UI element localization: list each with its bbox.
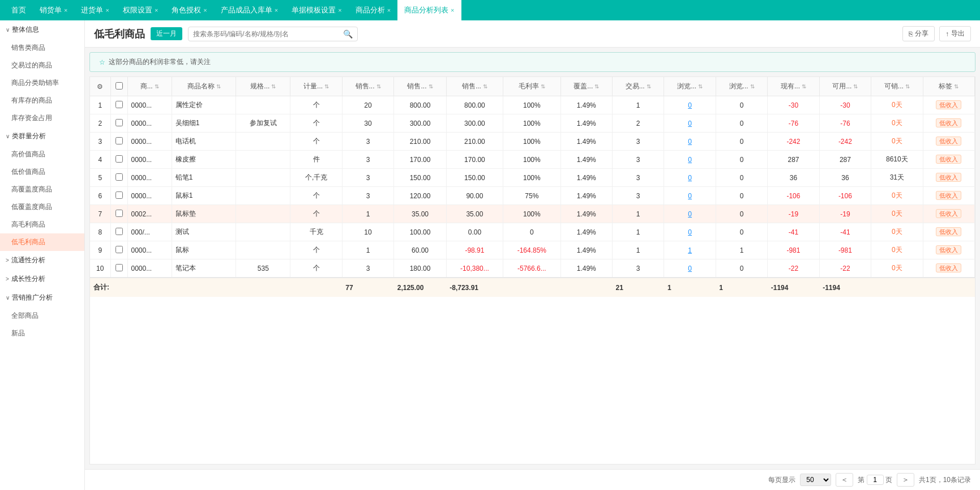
row-sales-qty: 3 [342, 259, 393, 278]
row-sales-price: 35.00 [394, 205, 447, 223]
col-browse2[interactable]: 浏览...⇅ [716, 77, 767, 96]
row-name[interactable]: 属性定价 [172, 96, 236, 114]
close-icon[interactable]: × [105, 7, 109, 14]
table-container[interactable]: ⚙ 商...⇅ 商品名称⇅ 规格...⇅ 计量...⇅ 销售...⇅ 销售...… [89, 76, 975, 465]
row-browse1[interactable]: 1 [664, 241, 716, 259]
share-button[interactable]: ⎘ 分享 [902, 26, 935, 41]
row-checkbox[interactable] [110, 241, 127, 259]
sidebar-item-有库存的商品[interactable]: 有库存的商品 [0, 92, 84, 109]
row-browse1[interactable]: 0 [664, 187, 716, 205]
export-button[interactable]: ↑ 导出 [939, 26, 971, 41]
sidebar-group-成长性分析[interactable]: >成长性分析 [0, 270, 84, 288]
next-page-button[interactable]: ＞ [897, 473, 914, 487]
per-page-select[interactable]: 50 20 100 [800, 474, 831, 486]
row-browse1[interactable]: 0 [664, 259, 716, 278]
nav-item-首页[interactable]: 首页 [5, 0, 33, 20]
row-checkbox[interactable] [110, 187, 127, 205]
row-coverage: 1.49% [560, 187, 612, 205]
col-sales-price[interactable]: 销售...⇅ [394, 77, 447, 96]
row-browse1[interactable]: 0 [664, 223, 716, 241]
nav-item-单据模板设置[interactable]: 单据模板设置× [285, 0, 348, 20]
col-available[interactable]: 可用...⇅ [819, 77, 871, 96]
page-number-input[interactable] [867, 475, 884, 485]
close-icon[interactable]: × [275, 7, 278, 14]
sidebar-item-交易过的商品[interactable]: 交易过的商品 [0, 57, 84, 74]
row-browse1[interactable]: 0 [664, 133, 716, 151]
row-name[interactable]: 橡皮擦 [172, 151, 236, 169]
row-browse1[interactable]: 0 [664, 151, 716, 169]
sidebar-group-整体信息[interactable]: ∨整体信息 [0, 20, 84, 39]
sidebar-item-低价值商品[interactable]: 低价值商品 [0, 163, 84, 181]
row-name[interactable]: 电话机 [172, 133, 236, 151]
row-browse1[interactable]: 0 [664, 169, 716, 187]
sidebar-item-新品[interactable]: 新品 [0, 325, 84, 342]
select-all-checkbox[interactable] [115, 82, 123, 90]
nav-item-进货单[interactable]: 进货单× [74, 0, 115, 20]
close-icon[interactable]: × [338, 7, 341, 14]
col-gross-margin[interactable]: 毛利率⇅ [503, 77, 560, 96]
col-sales-amount[interactable]: 销售...⇅ [446, 77, 503, 96]
sidebar-item-全部商品[interactable]: 全部商品 [0, 307, 84, 325]
sidebar-item-销售类商品[interactable]: 销售类商品 [0, 39, 84, 57]
settings-icon[interactable]: ⚙ [97, 83, 103, 91]
close-icon[interactable]: × [155, 7, 158, 14]
close-icon[interactable]: × [203, 7, 207, 14]
row-browse1[interactable]: 0 [664, 205, 716, 223]
col-settings[interactable]: ⚙ [90, 77, 110, 96]
row-name[interactable]: 测试 [172, 223, 236, 241]
row-browse1[interactable]: 0 [664, 114, 716, 133]
col-trans[interactable]: 交易...⇅ [613, 77, 664, 96]
sidebar-item-库存资金占用[interactable]: 库存资金占用 [0, 109, 84, 127]
col-current-stock[interactable]: 现有...⇅ [768, 77, 819, 96]
row-checkbox[interactable] [110, 114, 127, 133]
header-actions: ⎘ 分享 ↑ 导出 [902, 26, 971, 41]
row-checkbox[interactable] [110, 151, 127, 169]
search-icon[interactable]: 🔍 [343, 29, 353, 39]
sidebar-item-高价值商品[interactable]: 高价值商品 [0, 146, 84, 163]
row-checkbox[interactable] [110, 96, 127, 114]
row-name[interactable]: 铅笔1 [172, 169, 236, 187]
chevron-icon: ∨ [6, 133, 10, 139]
nav-item-产品成品入库单[interactable]: 产品成品入库单× [214, 0, 285, 20]
col-browse1[interactable]: 浏览...⇅ [664, 77, 716, 96]
row-checkbox[interactable] [110, 133, 127, 151]
close-icon[interactable]: × [451, 7, 454, 14]
col-sales-qty[interactable]: 销售...⇅ [342, 77, 393, 96]
nav-item-销货单[interactable]: 销货单× [33, 0, 74, 20]
row-name[interactable]: 鼠标垫 [172, 205, 236, 223]
sidebar-item-低毛利商品[interactable]: 低毛利商品 [0, 233, 84, 251]
close-icon[interactable]: × [387, 7, 391, 14]
nav-item-商品分析列表[interactable]: 商品分析列表× [397, 0, 461, 20]
row-name[interactable]: 鼠标1 [172, 187, 236, 205]
col-spec[interactable]: 规格...⇅ [236, 77, 290, 96]
nav-item-权限设置[interactable]: 权限设置× [116, 0, 165, 20]
col-tag[interactable]: 标签⇅ [923, 77, 974, 96]
nav-item-商品分析[interactable]: 商品分析× [349, 0, 397, 20]
prev-page-button[interactable]: ＜ [836, 473, 853, 487]
sidebar-group-流通性分析[interactable]: >流通性分析 [0, 251, 84, 270]
row-checkbox[interactable] [110, 205, 127, 223]
col-unit[interactable]: 计量...⇅ [290, 77, 342, 96]
sidebar-group-营销推广分析[interactable]: ∨营销推广分析 [0, 288, 84, 307]
sidebar-item-高覆盖度商品[interactable]: 高覆盖度商品 [0, 181, 84, 198]
date-filter-button[interactable]: 近一月 [151, 27, 182, 40]
col-coverage[interactable]: 覆盖...⇅ [560, 77, 612, 96]
row-name[interactable]: 吴细细1 [172, 114, 236, 133]
col-code[interactable]: 商...⇅ [127, 77, 172, 96]
row-browse1[interactable]: 0 [664, 96, 716, 114]
close-icon[interactable]: × [64, 7, 67, 14]
col-sellable[interactable]: 可销...⇅ [871, 77, 923, 96]
col-name[interactable]: 商品名称⇅ [172, 77, 236, 96]
sidebar-group-类群量分析[interactable]: ∨类群量分析 [0, 127, 84, 146]
chevron-icon: ∨ [6, 295, 10, 301]
sidebar-item-商品分类助销率[interactable]: 商品分类助销率 [0, 74, 84, 92]
row-name[interactable]: 鼠标 [172, 241, 236, 259]
search-input[interactable] [193, 30, 343, 38]
row-checkbox[interactable] [110, 223, 127, 241]
sidebar-item-低覆盖度商品[interactable]: 低覆盖度商品 [0, 198, 84, 216]
row-checkbox[interactable] [110, 169, 127, 187]
nav-item-角色授权[interactable]: 角色授权× [165, 0, 213, 20]
row-checkbox[interactable] [110, 259, 127, 278]
sidebar-item-高毛利商品[interactable]: 高毛利商品 [0, 216, 84, 233]
row-name[interactable]: 笔记本 [172, 259, 236, 278]
